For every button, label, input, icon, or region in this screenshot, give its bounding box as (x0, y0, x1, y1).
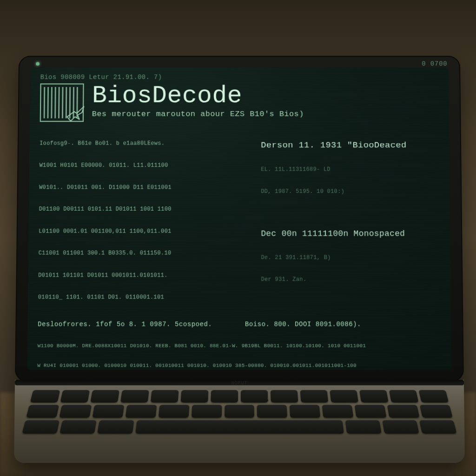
app-title: BiosDecode (92, 84, 304, 108)
laptop: 0 0700 Bios 908009 Letur 21.91.00. 7) Bi… (14, 56, 465, 465)
laptop-lid: 0 0700 Bios 908009 Letur 21.91.00. 7) Bi… (15, 56, 464, 382)
bird-icon (65, 102, 86, 123)
keyboard[interactable] (19, 390, 460, 445)
app-logo-icon (40, 84, 84, 122)
right-line: Derson 11. 1931 "BiooDeaced (261, 140, 439, 152)
section-label: Desloofrores. 1fof 5o 8. 1 0987. 5cospoe… (38, 321, 234, 328)
laptop-brand: NOPUT (231, 381, 248, 386)
terminal-screen: Bios 908009 Letur 21.91.00. 7) BiosDecod… (27, 67, 452, 370)
right-line: DD, 1987. 5195. 10 010:) (261, 188, 440, 195)
big-data-block: W1100 B0000M. DRE.0088X10011 D01010. REE… (36, 330, 443, 370)
right-line: Dec 00n 11111100n Monospaced (261, 228, 440, 239)
section-label: Boiso. 800. DOOI 8091.0086). (245, 321, 441, 328)
app-subtitle: Bes merouter marouton abour EZS B10's Bi… (92, 110, 304, 118)
left-data-block: Ioofosg9-. B61e Bo01. b e1aa80LEews. W10… (38, 126, 249, 316)
right-line: De. 21 391.11871, B) (261, 254, 440, 261)
laptop-base: NOPUT (14, 380, 465, 463)
camera-led-icon (36, 62, 40, 66)
menubar-clock: 0 0700 (422, 60, 447, 67)
right-line: EL. 11L.11311689- LD (261, 166, 439, 173)
status-bar: Bios 908009 Letur 21.91.00. 7) (40, 73, 439, 80)
right-line: Der 931. Zan. (261, 276, 440, 284)
